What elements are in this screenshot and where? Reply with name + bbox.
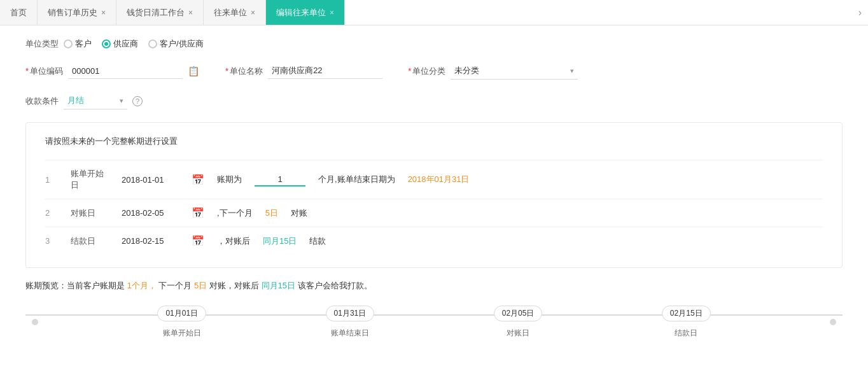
row-num-3: 3 [45,236,58,246]
radio-supplier-circle [102,39,111,48]
card-description: 请按照未来的一个完整帐期进行设置 [45,136,823,147]
payment-condition-label: 收款条件 [25,95,59,107]
preview-label: 账期预览：当前客户账期是 [25,281,125,290]
timeline-date-2: 01月31日 [326,306,375,321]
row-period-text: 账期为 [217,174,242,185]
preview-desc2: 对账，对账后 [209,281,259,290]
settings-card: 请按照未来的一个完整帐期进行设置 1 账单开始日 2018-01-01 📅 账期… [25,122,843,268]
setting-row-1: 1 账单开始日 2018-01-01 📅 账期为 个月,账单结束日期为 2018… [45,160,823,199]
timeline-items: 01月01日 账单开始日 01月31日 账单结束日 02月05日 对账日 02月… [32,306,836,339]
row-period-unit: 个月,账单结束日期为 [318,174,395,185]
row-date-3: 2018-02-15 [122,236,179,246]
tab-cash-daily[interactable]: 钱货日清工作台 × [116,0,204,25]
tab-scroll-right[interactable]: › [852,0,868,25]
radio-customer-label: 客户 [75,38,92,50]
row-highlight-3: 同月15日 [263,236,297,247]
unit-category-select[interactable]: 未分类 ▾ [451,62,578,80]
tab-sales-history-label: 销售订单历史 [48,7,97,18]
row-label-1: 账单开始日 [71,168,109,191]
radio-customer-circle [64,39,73,48]
main-content: 单位类型 客户 供应商 客户/供应商 *单位编码 [0,25,868,387]
tab-partner[interactable]: 往来单位 × [204,0,266,25]
timeline-node-1: 01月01日 账单开始日 [157,306,206,339]
radio-both-label: 客户/供应商 [160,38,204,50]
row-desc-2b: 对账 [291,208,307,219]
copy-icon[interactable]: 📋 [188,66,200,77]
row-end-date: 2018年01月31日 [408,174,470,185]
tab-cash-daily-label: 钱货日清工作台 [127,7,185,18]
category-dropdown-icon: ▾ [570,67,574,75]
row-highlight-2: 5日 [265,208,278,219]
payment-condition-select[interactable]: 月结 ▾ [64,92,127,109]
radio-supplier-label: 供应商 [113,38,138,50]
radio-group: 客户 供应商 客户/供应商 [64,38,204,50]
unit-type-label: 单位类型 [25,38,59,50]
tab-edit-partner-close[interactable]: × [330,8,334,17]
row-label-2: 对账日 [71,208,109,219]
timeline-date-4: 02月15日 [662,306,711,321]
unit-info-row: *单位编码 📋 *单位名称 *单位分类 未分类 ▾ [25,62,843,80]
setting-row-2: 2 对账日 2018-02-05 📅 ,下一个月 5日 对账 [45,199,823,227]
timeline-end-dot [830,319,836,325]
timeline-date-1: 01月01日 [157,306,206,321]
required-star-code: * [25,66,29,76]
row-date-1: 2018-01-01 [122,175,179,185]
required-star-name: * [225,66,228,76]
unit-category-group: *单位分类 未分类 ▾ [408,62,578,80]
calendar-icon-1[interactable]: 📅 [192,174,204,186]
unit-code-input[interactable] [68,64,183,79]
timeline-node-4: 02月15日 结款日 [662,306,711,339]
row-num-1: 1 [45,175,58,185]
timeline-label-4: 结款日 [675,328,697,339]
timeline-node-2: 01月31日 账单结束日 [326,306,375,339]
row-label-3: 结款日 [71,236,109,247]
unit-category-value: 未分类 [454,65,566,76]
required-star-cat: * [408,66,411,76]
tab-sales-history[interactable]: 销售订单历史 × [38,0,116,25]
timeline-label-1: 账单开始日 [163,328,201,339]
unit-code-group: *单位编码 📋 [25,64,200,79]
period-input[interactable] [255,173,305,186]
unit-type-group: 单位类型 客户 供应商 客户/供应商 [25,38,204,50]
calendar-icon-2[interactable]: 📅 [192,207,204,219]
preview-period: 1个月， [127,281,157,290]
row-desc-3b: 结款 [309,236,326,247]
radio-both-circle [148,39,157,48]
row-desc-2a: ,下一个月 [217,208,253,219]
info-icon[interactable]: ? [132,96,143,106]
tab-home-label: 首页 [10,7,27,18]
timeline-label-3: 对账日 [507,328,529,339]
tab-partner-label: 往来单位 [214,7,247,18]
timeline: 01月01日 账单开始日 01月31日 账单结束日 02月05日 对账日 02月… [25,306,843,339]
preview-highlight2: 同月15日 [262,281,295,290]
payment-condition-group: 收款条件 月结 ▾ ? [25,92,143,109]
tab-home[interactable]: 首页 [0,0,38,25]
timeline-start-dot [32,319,38,325]
unit-type-row: 单位类型 客户 供应商 客户/供应商 [25,38,843,50]
unit-category-label: *单位分类 [408,66,445,77]
tab-sales-history-close[interactable]: × [101,8,106,17]
tab-partner-close[interactable]: × [251,8,255,17]
timeline-label-2: 账单结束日 [331,328,369,339]
preview-section: 账期预览：当前客户账期是 1个月， 下一个月 5日 对账，对账后 同月15日 该… [25,278,843,293]
tab-edit-partner-label: 编辑往来单位 [276,7,326,18]
payment-condition-value: 月结 [67,95,116,106]
calendar-icon-3[interactable]: 📅 [192,235,204,247]
row-num-2: 2 [45,208,58,218]
radio-both[interactable]: 客户/供应商 [148,38,204,50]
preview-highlight1: 5日 [194,281,207,290]
unit-name-input[interactable] [268,64,382,79]
setting-row-3: 3 结款日 2018-02-15 📅 ，对账后 同月15日 结款 [45,227,823,255]
row-date-2: 2018-02-05 [122,208,179,218]
preview-desc3: 该客户会给我打款。 [298,281,372,290]
tab-cash-daily-close[interactable]: × [188,8,193,17]
unit-name-group: *单位名称 [225,64,382,79]
tab-bar: 首页 销售订单历史 × 钱货日清工作台 × 往来单位 × 编辑往来单位 × › [0,0,868,25]
radio-customer[interactable]: 客户 [64,38,92,50]
timeline-date-3: 02月05日 [494,306,543,321]
unit-name-label: *单位名称 [225,66,263,77]
radio-supplier[interactable]: 供应商 [102,38,138,50]
tab-edit-partner[interactable]: 编辑往来单位 × [266,0,345,25]
preview-desc1: 下一个月 [158,281,192,290]
timeline-node-3: 02月05日 对账日 [494,306,543,339]
